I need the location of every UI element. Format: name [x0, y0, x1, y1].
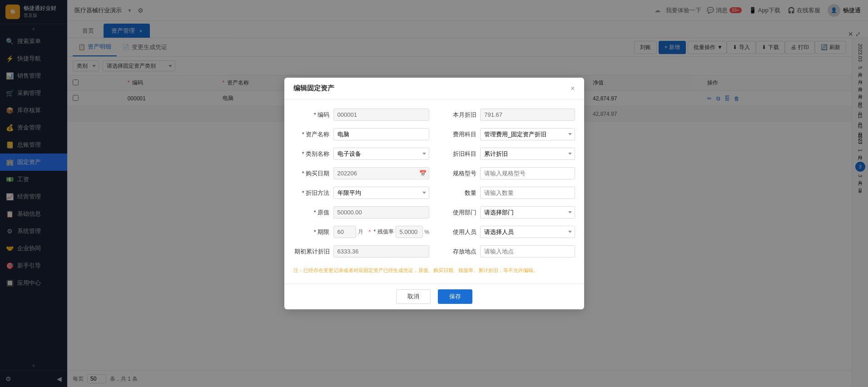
form-item-location: 存放地点	[440, 245, 575, 258]
form-item-dep-account: 折旧科目 累计折旧	[440, 148, 575, 160]
location-input[interactable]	[480, 245, 575, 258]
quantity-input[interactable]	[480, 187, 575, 199]
quantity-label: 数量	[440, 189, 476, 197]
purchase-date-wrap: 📅	[333, 167, 430, 179]
person-label: 使用人员	[440, 228, 476, 236]
dep-account-label: 折旧科目	[440, 150, 476, 158]
dept-select[interactable]: 请选择部门	[480, 206, 575, 218]
spec-input[interactable]	[480, 167, 575, 179]
form-item-dep-method: * 折旧方法 年限平均	[293, 187, 430, 199]
monthly-dep-input[interactable]	[480, 109, 575, 121]
form-item-category: * 类别名称 电子设备	[293, 148, 430, 160]
residual-rate-unit: %	[425, 229, 430, 235]
form-item-spec: 规格型号	[440, 167, 575, 179]
form-item-person: 使用人员 请选择人员	[440, 226, 575, 238]
form-item-name: * 资产名称	[293, 128, 430, 140]
purchase-date-input[interactable]	[333, 167, 430, 179]
form-item-monthly-dep: 本月折旧	[440, 109, 575, 121]
cancel-btn[interactable]: 取消	[396, 289, 431, 304]
spec-label: 规格型号	[440, 169, 476, 178]
form-item-code: * 编码	[293, 109, 430, 121]
dep-method-label: * 折旧方法	[293, 189, 330, 197]
dep-method-select[interactable]: 年限平均	[333, 187, 430, 199]
asset-name-input[interactable]	[333, 128, 430, 140]
form-item-dept: 使用部门 请选择部门	[440, 206, 575, 218]
purchase-date-label: * 购买日期	[293, 169, 330, 178]
period-unit: 月	[358, 228, 363, 236]
form-item-initial-accumulated: 期初累计折旧	[293, 245, 430, 258]
original-value-label: * 原值	[293, 208, 330, 217]
save-btn[interactable]: 保存	[438, 289, 472, 304]
asset-name-label: * 资产名称	[293, 130, 330, 139]
modal-close-btn[interactable]: ×	[570, 84, 575, 93]
form-item-quantity: 数量	[440, 187, 575, 199]
modal-footer: 取消 保存	[284, 283, 584, 309]
period-label: * 期限	[293, 228, 330, 236]
expense-account-label: 费用科目	[440, 130, 476, 139]
form-item-original-value: * 原值	[293, 206, 430, 218]
modal-header: 编辑固定资产 ×	[284, 78, 584, 99]
monthly-dep-label: 本月折旧	[440, 111, 476, 119]
code-label: * 编码	[293, 111, 330, 119]
original-value-input[interactable]	[333, 206, 430, 218]
dep-account-select[interactable]: 累计折旧	[480, 148, 575, 160]
person-select[interactable]: 请选择人员	[480, 226, 575, 238]
period-input[interactable]	[333, 226, 356, 238]
form-item-period: * 期限 月 * * 残值率 %	[293, 226, 430, 238]
category-label: * 类别名称	[293, 150, 330, 158]
category-select[interactable]: 电子设备	[333, 148, 430, 160]
dept-label: 使用部门	[440, 208, 476, 217]
residual-rate-input[interactable]	[396, 226, 423, 238]
form-item-expense-account: 费用科目 管理费用_固定资产折旧	[440, 128, 575, 140]
modal-note: 注：已经存在变更记录或者对应固定资产已经生成凭证，原值、购买日期、残值率、累计折…	[293, 265, 575, 274]
code-input[interactable]	[333, 109, 430, 121]
location-label: 存放地点	[440, 248, 476, 256]
period-group: 月 * * 残值率 %	[333, 226, 430, 238]
modal-body: * 编码 本月折旧 * 资产名称 费用科目 管理费用_固定资产折	[284, 99, 584, 283]
form-item-purchase-date: * 购买日期 📅	[293, 167, 430, 179]
form-grid: * 编码 本月折旧 * 资产名称 费用科目 管理费用_固定资产折	[293, 109, 575, 258]
modal-title: 编辑固定资产	[293, 84, 334, 93]
residual-rate-label-inline: * 残值率	[374, 228, 394, 236]
initial-accumulated-input[interactable]	[333, 245, 430, 258]
modal-overlay: 编辑固定资产 × * 编码 本月折旧 * 资产名称	[0, 0, 868, 387]
edit-asset-modal: 编辑固定资产 × * 编码 本月折旧 * 资产名称	[284, 78, 584, 309]
expense-account-select[interactable]: 管理费用_固定资产折旧	[480, 128, 575, 140]
initial-accumulated-label: 期初累计折旧	[293, 248, 330, 256]
